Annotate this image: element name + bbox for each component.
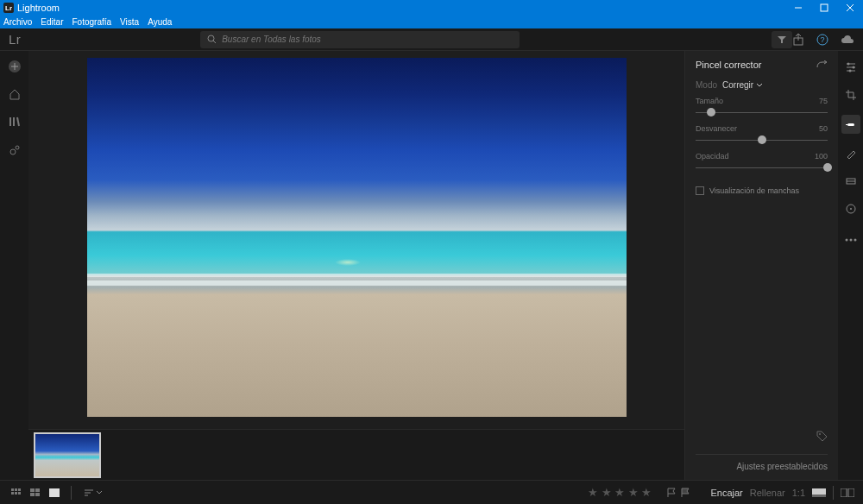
crop-tool[interactable] (843, 87, 859, 103)
tool-strip (838, 51, 863, 480)
svg-rect-35 (18, 488, 21, 491)
svg-rect-40 (35, 488, 40, 492)
chevron-down-icon (96, 490, 103, 495)
more-tool[interactable] (843, 232, 859, 248)
svg-point-21 (847, 63, 849, 66)
presets-label[interactable]: Ajustes preestablecidos (736, 462, 828, 471)
svg-text:?: ? (820, 35, 824, 44)
share-button[interactable] (792, 34, 804, 46)
svg-point-23 (848, 70, 851, 72)
filmstrip-toggle[interactable] (812, 488, 826, 498)
svg-rect-25 (846, 124, 848, 125)
maximize-button[interactable] (811, 0, 837, 16)
svg-rect-42 (35, 493, 40, 496)
app-icon: Lr (3, 3, 14, 13)
rating-stars[interactable]: ★ ★ ★ ★ ★ (588, 486, 652, 499)
svg-rect-50 (848, 488, 854, 497)
bottom-bar: ★ ★ ★ ★ ★ Encajar Rellenar 1:1 (0, 480, 863, 504)
canvas-area (28, 51, 684, 480)
menu-bar: Archivo Editar Fotografía Vista Ayuda (0, 16, 863, 28)
svg-rect-24 (847, 123, 854, 126)
svg-point-29 (850, 208, 852, 210)
grid-large-view[interactable] (28, 487, 43, 499)
svg-rect-36 (11, 492, 14, 495)
svg-rect-39 (30, 488, 35, 492)
spot-visualization-checkbox[interactable]: Visualización de manchas (696, 186, 828, 195)
radial-gradient-tool[interactable] (843, 201, 859, 217)
svg-rect-49 (841, 488, 847, 497)
chevron-down-icon (756, 83, 763, 88)
filmstrip (28, 429, 684, 480)
opacity-slider[interactable]: Opacidad100 (696, 152, 828, 173)
svg-rect-43 (49, 488, 60, 497)
filter-button[interactable] (772, 31, 792, 48)
svg-point-4 (208, 35, 214, 41)
search-box[interactable] (200, 31, 520, 48)
add-button[interactable] (8, 60, 22, 73)
left-sidebar (0, 51, 28, 480)
edit-sliders-tool[interactable] (843, 60, 859, 75)
size-slider[interactable]: Tamaño75 (696, 97, 828, 117)
checkbox-icon (696, 186, 704, 195)
healing-brush-tool[interactable] (841, 115, 860, 134)
svg-line-5 (213, 41, 216, 43)
menu-item[interactable]: Archivo (3, 17, 32, 27)
svg-rect-1 (821, 4, 828, 11)
thumbnail[interactable] (34, 432, 101, 478)
svg-point-31 (849, 239, 852, 242)
menu-item[interactable]: Ayuda (148, 17, 172, 27)
svg-rect-48 (812, 495, 826, 497)
close-button[interactable] (837, 0, 863, 16)
app-logo: Lr (9, 32, 21, 47)
mode-label: Modo (696, 80, 717, 90)
mode-value: Corregir (722, 80, 753, 90)
panel-title: Pincel corrector (696, 60, 761, 70)
feather-slider[interactable]: Desvanecer50 (696, 124, 828, 145)
svg-point-32 (854, 239, 856, 242)
fill-label[interactable]: Rellenar (750, 488, 785, 498)
image-stage[interactable] (28, 51, 684, 429)
menu-item[interactable]: Vista (120, 17, 139, 27)
single-view[interactable] (47, 487, 62, 499)
svg-point-17 (819, 433, 821, 435)
library-button[interactable] (8, 115, 22, 129)
reset-icon[interactable] (816, 60, 828, 69)
svg-rect-33 (11, 488, 14, 491)
share-collection-button[interactable] (8, 142, 22, 156)
photo[interactable] (87, 58, 627, 417)
top-toolbar: Lr ? (0, 28, 863, 51)
svg-point-30 (845, 239, 847, 242)
search-icon (207, 35, 217, 44)
divider (833, 486, 834, 500)
cloud-button[interactable] (841, 35, 854, 45)
svg-line-14 (17, 117, 19, 126)
search-input[interactable] (222, 35, 513, 44)
flag-reject[interactable] (681, 488, 690, 498)
brush-tool[interactable] (843, 146, 859, 161)
window-title: Lightroom (17, 3, 60, 13)
svg-rect-41 (30, 493, 35, 496)
flag-pick[interactable] (667, 488, 676, 498)
minimize-button[interactable] (785, 0, 811, 16)
svg-rect-38 (18, 492, 21, 495)
linear-gradient-tool[interactable] (843, 173, 859, 189)
window-titlebar: Lr Lightroom (0, 0, 863, 16)
help-button[interactable]: ? (816, 34, 828, 46)
funnel-icon (777, 35, 787, 44)
home-button[interactable] (8, 87, 22, 101)
grid-small-view[interactable] (9, 487, 24, 499)
menu-item[interactable]: Editar (41, 17, 63, 27)
sort-button[interactable] (84, 488, 103, 497)
compare-view-toggle[interactable] (841, 488, 854, 498)
svg-point-16 (16, 146, 19, 149)
mode-selector[interactable]: Modo Corregir (696, 80, 828, 90)
svg-point-22 (852, 66, 854, 69)
right-panel: Pincel corrector Modo Corregir Tamaño75 … (684, 51, 838, 480)
svg-rect-34 (15, 488, 17, 491)
tag-button[interactable] (696, 430, 828, 442)
divider (71, 486, 72, 500)
ratio-label[interactable]: 1:1 (792, 488, 805, 498)
svg-rect-37 (15, 492, 17, 495)
fit-label[interactable]: Encajar (710, 488, 742, 498)
menu-item[interactable]: Fotografía (72, 17, 111, 27)
